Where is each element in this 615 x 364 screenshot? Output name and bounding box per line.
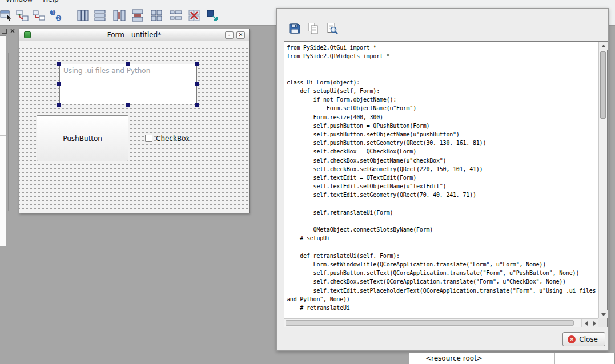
layout-vertical-splitter-icon[interactable] xyxy=(130,8,145,23)
copy-glyph xyxy=(306,22,320,35)
svg-text:2: 2 xyxy=(57,16,60,21)
break-layout-glyph xyxy=(187,9,201,22)
save-glyph xyxy=(288,22,302,35)
panel-divider xyxy=(0,51,6,51)
layout-grid-icon[interactable] xyxy=(149,8,164,23)
code-view: from PySide2.QtGui import * from PySide2… xyxy=(284,41,608,327)
menu-window[interactable]: Window xyxy=(6,0,33,3)
panel-divider xyxy=(0,135,6,136)
selection-handle-bottom-left[interactable] xyxy=(57,103,61,107)
vertical-scrollbar[interactable] xyxy=(598,42,607,318)
resource-browser-fragment: <resource root> xyxy=(409,353,615,364)
layout-vertical-icon[interactable] xyxy=(93,8,107,23)
horizontal-scrollbar[interactable] xyxy=(284,318,598,327)
form-close-button[interactable]: ✕ xyxy=(236,31,245,39)
toolbar-separator xyxy=(69,9,69,22)
resource-root-item[interactable]: <resource root> xyxy=(425,354,483,362)
widgetbox-panel-fragment xyxy=(0,35,6,246)
form-window-title: Form - untitled* xyxy=(19,31,249,39)
find-glyph xyxy=(325,22,339,35)
selection-handle-bottom-right[interactable] xyxy=(195,103,199,107)
selection-handle-middle-right[interactable] xyxy=(195,82,199,86)
arrow-up-glyph xyxy=(601,45,606,47)
layout-horizontal-splitter-icon[interactable] xyxy=(112,8,127,23)
selection-handle-top-right[interactable] xyxy=(195,62,199,66)
menu-help[interactable]: Help xyxy=(43,0,58,3)
form-window-titlebar[interactable]: Form - untitled* - ✕ xyxy=(19,29,249,41)
qt-designer-screen: { "menubar": { "items": [ { "label": "Wi… xyxy=(0,0,615,364)
selection-handle-top-left[interactable] xyxy=(57,62,61,66)
textedit-placeholder: Using .ui files and Python xyxy=(60,64,196,77)
selection-handle-bottom-middle[interactable] xyxy=(126,103,130,107)
adjust-size-icon[interactable] xyxy=(205,8,220,23)
textedit-widget[interactable]: Using .ui files and Python xyxy=(59,64,197,104)
copy-icon[interactable] xyxy=(306,21,320,36)
close-button[interactable]: ✕ Close xyxy=(562,332,605,346)
layout-horizontal-icon[interactable] xyxy=(75,8,90,23)
arrow-right-glyph xyxy=(593,321,596,326)
close-button-label: Close xyxy=(579,335,598,343)
arrow-left-glyph xyxy=(585,321,588,326)
save-icon[interactable] xyxy=(287,21,302,36)
menubar: Window Help xyxy=(6,0,59,3)
scroll-up-icon[interactable] xyxy=(599,42,608,50)
dock-splitter-handle[interactable] xyxy=(8,53,9,211)
selection-handle-middle-left[interactable] xyxy=(57,82,61,86)
dock-float-icon[interactable] xyxy=(2,29,7,34)
arrow-down-glyph xyxy=(601,313,606,316)
scroll-left-icon[interactable] xyxy=(581,319,590,327)
horizontal-scrollbar-thumb[interactable] xyxy=(286,320,574,326)
form-editor-window: Form - untitled* - ✕ Using .ui files and… xyxy=(19,29,250,213)
code-preview-dialog: from PySide2.QtGui import * from PySide2… xyxy=(276,8,609,351)
scroll-right-icon[interactable] xyxy=(590,319,598,327)
vertical-scrollbar-thumb[interactable] xyxy=(600,51,606,119)
adjust-size-glyph xyxy=(206,9,219,22)
layout-vertical-splitter-glyph xyxy=(131,9,144,22)
scrollbar-corner xyxy=(598,318,607,327)
checkbox-indicator[interactable] xyxy=(145,135,152,142)
edit-tab-order-glyph: 12 xyxy=(49,9,63,22)
pushbutton-widget[interactable]: PushButton xyxy=(37,115,128,161)
form-canvas[interactable]: Using .ui files and Python PushButton Ch… xyxy=(19,41,248,212)
edit-widgets-icon[interactable] xyxy=(0,8,14,23)
edit-signals-slots-glyph xyxy=(15,9,29,22)
layout-form-glyph xyxy=(169,9,183,22)
selection-handle-top-middle[interactable] xyxy=(126,62,130,66)
dock-close-icon[interactable] xyxy=(10,28,15,34)
dock-titlebar-fragment xyxy=(0,26,17,35)
checkbox-label: CheckBox xyxy=(156,135,190,143)
svg-text:1: 1 xyxy=(51,10,54,15)
generated-code-text[interactable]: from PySide2.QtGui import * from PySide2… xyxy=(284,42,598,318)
edit-tab-order-icon[interactable]: 12 xyxy=(49,8,63,23)
find-icon[interactable] xyxy=(325,21,340,36)
checkbox-widget[interactable]: CheckBox xyxy=(145,127,203,150)
edit-buddies-icon[interactable] xyxy=(31,8,46,23)
edit-widgets-glyph xyxy=(0,9,13,22)
form-minimize-button[interactable]: - xyxy=(225,31,234,39)
layout-form-icon[interactable] xyxy=(168,8,183,23)
layout-vertical-glyph xyxy=(93,9,107,22)
edit-buddies-glyph xyxy=(32,9,46,22)
scroll-down-icon[interactable] xyxy=(599,310,608,318)
close-icon: ✕ xyxy=(568,335,576,343)
layout-horizontal-glyph xyxy=(76,9,90,22)
layout-horizontal-splitter-glyph xyxy=(112,9,126,22)
edit-signals-slots-icon[interactable] xyxy=(15,8,30,23)
layout-grid-glyph xyxy=(150,9,163,22)
resource-panel-divider xyxy=(554,353,555,364)
break-layout-icon[interactable] xyxy=(187,8,202,23)
